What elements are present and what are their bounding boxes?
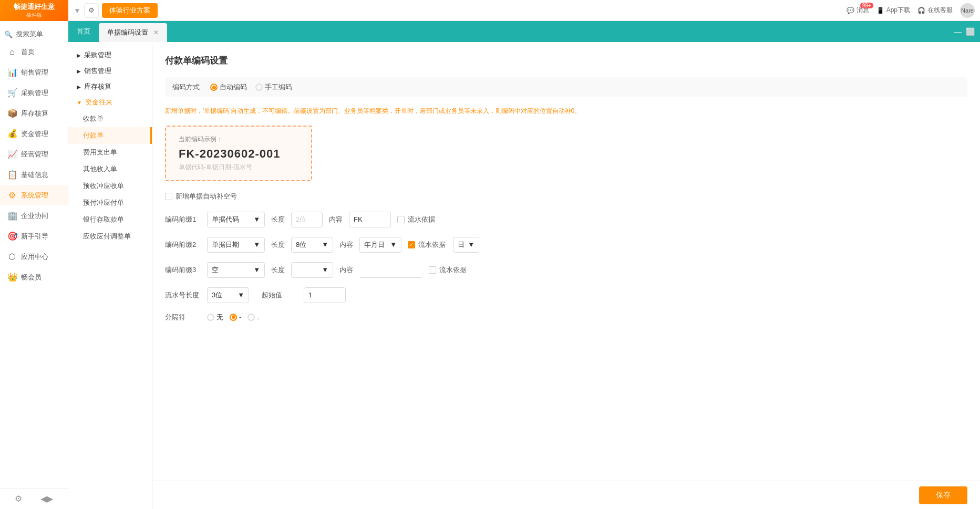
dropdown-arrow[interactable]: ▼	[74, 6, 81, 15]
sep-none-option[interactable]: 无	[207, 313, 223, 322]
prefix1-label: 编码前缀1	[165, 215, 201, 224]
home-icon: ⌂	[7, 47, 17, 57]
settings-icon[interactable]: ⚙	[84, 3, 99, 18]
member-icon: 👑	[7, 272, 17, 282]
tab-bar-actions: — ⬜	[954, 27, 980, 36]
online-service-button[interactable]: 🎧 在线客服	[917, 6, 953, 15]
submenu-expense[interactable]: 费用支出单	[68, 144, 152, 161]
tab-home[interactable]: 首页	[68, 21, 99, 42]
tab-encode-settings[interactable]: 单据编码设置 ✕	[99, 23, 167, 42]
save-button[interactable]: 保存	[919, 486, 967, 504]
chevron-right-icon: ▶	[77, 53, 81, 58]
info-text: 新增单据时，'单据编码'自动生成，不可编辑。前缀设置为部门、业务员等档案类，开单…	[165, 106, 967, 117]
content2-label: 内容	[339, 240, 353, 250]
stream2-checkbox[interactable]: ✓	[408, 241, 415, 248]
submenu-prepay-recv[interactable]: 预收冲应收单	[68, 178, 152, 194]
prefix3-row: 编码前缀3 空 ▼ 长度 ▼ 内容	[165, 262, 967, 278]
submenu-sales[interactable]: ▶ 销售管理	[68, 63, 152, 79]
sidebar-item-inventory[interactable]: 📦 库存核算	[0, 103, 68, 123]
stream3-checkbox[interactable]	[429, 266, 436, 274]
submenu-inventory[interactable]: ▶ 库存核算	[68, 79, 152, 95]
brand-title: 畅捷通好生意	[14, 2, 55, 12]
manual-encode-option[interactable]: 手工编码	[255, 82, 292, 92]
submenu-payment[interactable]: 付款单	[68, 127, 152, 144]
sidebar-item-apps[interactable]: ⬡ 应用中心	[0, 246, 68, 267]
submenu-adjust[interactable]: 应收应付调整单	[68, 228, 152, 245]
code-preview-value: FK-20230602-001	[179, 147, 298, 161]
prefix2-row: 编码前缀2 单据日期 ▼ 长度 8位 ▼ 内容 年月日	[165, 237, 967, 253]
submenu-capital[interactable]: ▼ 资金往来	[68, 95, 152, 110]
message-icon: 💬	[847, 7, 854, 14]
collapse-sidebar-icon[interactable]: ◀▶	[40, 494, 53, 504]
user-avatar[interactable]: Nare	[960, 3, 975, 18]
manual-encode-radio[interactable]	[255, 84, 263, 91]
sep-dot-radio[interactable]	[247, 314, 255, 321]
search-icon: 🔍	[4, 30, 13, 38]
code-preview-desc: 单据代码-单据日期-流水号	[179, 163, 298, 172]
auto-encode-option[interactable]: 自动编码	[210, 82, 247, 92]
sep-dash-radio[interactable]	[230, 314, 237, 321]
sep-none-radio[interactable]	[207, 314, 214, 321]
separator-row: 分隔符 无 - .	[165, 313, 967, 322]
length1-label: 长度	[271, 215, 285, 224]
sidebar-item-guide[interactable]: 🎯 新手引导	[0, 226, 68, 246]
content2-select[interactable]: 年月日 ▼	[359, 237, 401, 253]
sep-dot-option[interactable]: .	[247, 313, 259, 321]
message-button[interactable]: 💬 消息 99+	[847, 6, 869, 15]
serial-length-label: 流水号长度	[165, 290, 201, 300]
code-preview-box: 当前编码示例： FK-20230602-001 单据代码-单据日期-流水号	[165, 126, 312, 181]
message-badge: 99+	[860, 3, 873, 8]
main-area: 首页 单据编码设置 ✕ — ⬜ ▶ 采购管理 ▶ 销售管理	[68, 21, 980, 509]
minimize-icon[interactable]: —	[954, 27, 962, 36]
autofill-checkbox[interactable]	[165, 193, 172, 200]
stream2-period-select[interactable]: 日 ▼	[453, 237, 479, 253]
app-body: 🔍 搜索菜单 ⌂ 首页 📊 销售管理 🛒 采购管理 📦 库存核算 💰 资金管理 …	[0, 21, 980, 509]
submenu-prepay-pay[interactable]: 预付冲应付单	[68, 194, 152, 211]
submenu-purchase[interactable]: ▶ 采购管理	[68, 47, 152, 63]
settings-bottom-icon[interactable]: ⚙	[15, 494, 22, 504]
chevron-down-icon: ▼	[253, 266, 260, 274]
start-value-label: 起始值	[262, 290, 297, 300]
capital-icon: 💰	[7, 129, 17, 139]
prefix1-select[interactable]: 单据代码 ▼	[207, 212, 265, 227]
submenu-bank[interactable]: 银行存取款单	[68, 211, 152, 228]
length1-input: 2位	[291, 212, 323, 227]
sidebar: 🔍 搜索菜单 ⌂ 首页 📊 销售管理 🛒 采购管理 📦 库存核算 💰 资金管理 …	[0, 21, 68, 509]
sidebar-item-purchase[interactable]: 🛒 采购管理	[0, 82, 68, 103]
submenu-other-income[interactable]: 其他收入单	[68, 161, 152, 178]
sidebar-bottom: ⚙ ◀▶	[0, 488, 68, 509]
top-bar-left: ▼ ⚙ 体验行业方案	[74, 3, 842, 18]
prefix3-select[interactable]: 空 ▼	[207, 262, 265, 278]
inventory-icon: 📦	[7, 108, 17, 118]
autofill-row: 新增单据自动补空号	[165, 192, 967, 201]
chevron-down-icon: ▼	[253, 215, 260, 223]
length2-label: 长度	[271, 240, 285, 250]
chevron-down-icon: ▼	[238, 291, 244, 299]
search-menu-button[interactable]: 🔍 搜索菜单	[0, 26, 68, 42]
top-bar: ▼ ⚙ 体验行业方案 💬 消息 99+ 📱 App下载 🎧 在线客服 Nare	[0, 0, 980, 21]
length3-select[interactable]: ▼	[291, 262, 333, 278]
sidebar-item-enterprise[interactable]: 🏢 企业协同	[0, 205, 68, 226]
app-download-button[interactable]: 📱 App下载	[876, 6, 910, 15]
sidebar-item-member[interactable]: 👑 畅会员	[0, 267, 68, 287]
sidebar-item-system[interactable]: ⚙ 系统管理	[0, 185, 68, 205]
prefix2-select[interactable]: 单据日期 ▼	[207, 237, 265, 253]
apps-icon: ⬡	[7, 252, 17, 262]
length2-select[interactable]: 8位 ▼	[291, 237, 333, 253]
sidebar-item-home[interactable]: ⌂ 首页	[0, 42, 68, 62]
stream1-checkbox[interactable]	[397, 216, 405, 223]
chevron-right-icon: ▶	[77, 84, 81, 90]
sep-dash-option[interactable]: -	[230, 313, 241, 321]
sidebar-item-basic[interactable]: 📋 基础信息	[0, 164, 68, 185]
start-value-input[interactable]: 1	[304, 287, 346, 303]
sidebar-item-operation[interactable]: 📈 经营管理	[0, 144, 68, 164]
encoding-method-label: 编码方式	[172, 82, 200, 92]
trial-button[interactable]: 体验行业方案	[102, 3, 158, 18]
auto-encode-radio[interactable]	[210, 84, 218, 91]
serial-length-select[interactable]: 3位 ▼	[207, 287, 249, 303]
sidebar-item-sales[interactable]: 📊 销售管理	[0, 62, 68, 82]
maximize-icon[interactable]: ⬜	[966, 27, 975, 36]
submenu-receipt[interactable]: 收款单	[68, 110, 152, 127]
sidebar-item-capital[interactable]: 💰 资金管理	[0, 123, 68, 144]
tab-close-icon[interactable]: ✕	[153, 29, 159, 36]
